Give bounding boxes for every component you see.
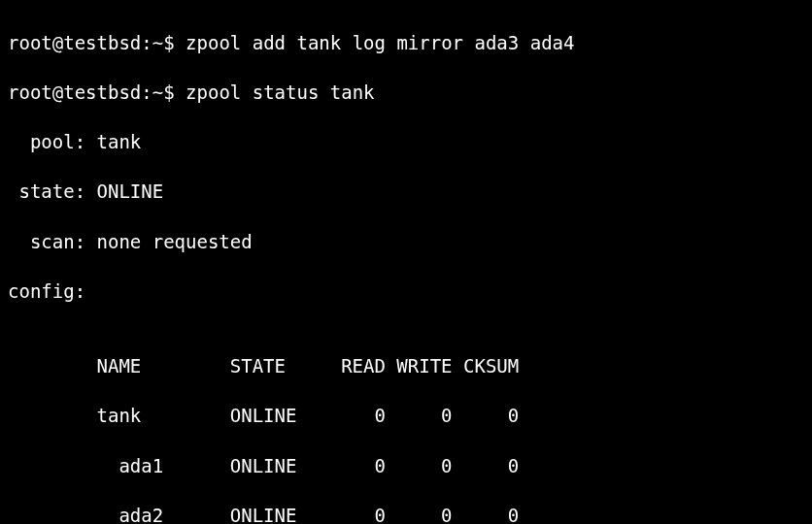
sep: : <box>141 32 152 53</box>
state-line: state: ONLINE <box>8 180 804 205</box>
command-2: zpool status tank <box>186 82 374 103</box>
table-row: ada2 ONLINE 0 0 0 <box>8 504 804 524</box>
cwd: ~ <box>152 82 163 103</box>
prompt-suffix: $ <box>163 32 186 53</box>
table-header: NAME STATE READ WRITE CKSUM <box>8 354 804 379</box>
terminal[interactable]: root@testbsd:~$ zpool add tank log mirro… <box>0 0 812 524</box>
pool-line: pool: tank <box>8 130 804 155</box>
prompt-line-1: root@testbsd:~$ zpool add tank log mirro… <box>8 31 804 56</box>
sep: : <box>141 82 152 103</box>
table-row: ada1 ONLINE 0 0 0 <box>8 454 804 479</box>
config-line: config: <box>8 279 804 305</box>
user-host: root@testbsd <box>8 82 141 103</box>
cwd: ~ <box>152 32 163 53</box>
prompt-line-2: root@testbsd:~$ zpool status tank <box>8 81 804 106</box>
prompt-suffix: $ <box>163 82 186 103</box>
table-row: tank ONLINE 0 0 0 <box>8 404 804 429</box>
command-1: zpool add tank log mirror ada3 ada4 <box>186 32 574 53</box>
user-host: root@testbsd <box>8 32 141 53</box>
scan-line: scan: none requested <box>8 230 804 255</box>
